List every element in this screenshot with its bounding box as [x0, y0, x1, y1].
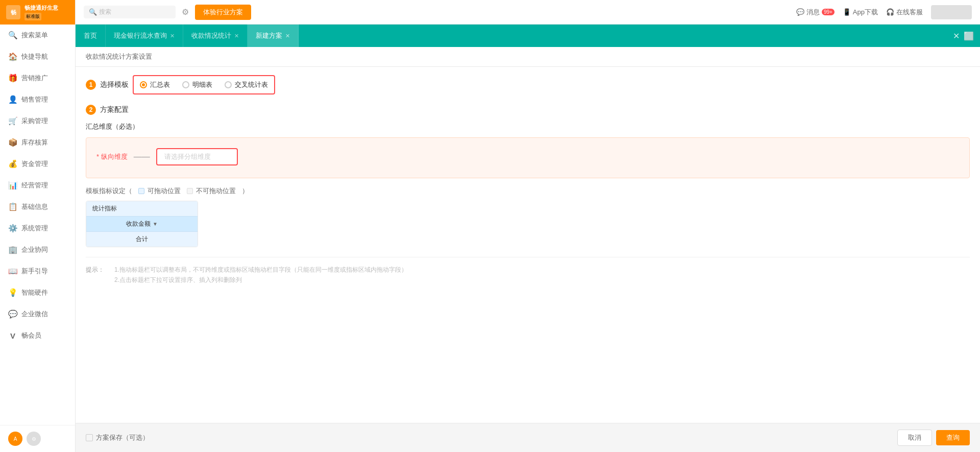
sidebar-item-quick-nav[interactable]: 🏠 快捷导航: [0, 46, 75, 67]
header-search-box[interactable]: 🔍 搜索: [84, 6, 176, 18]
tip-item-2: 2.点击标题栏下拉可设置排序、插入列和删除列: [106, 276, 407, 284]
online-service-button[interactable]: 🎧 在线客服: [886, 8, 923, 17]
step2-title: 方案配置: [100, 105, 129, 114]
tab-close-icon[interactable]: ✕: [285, 33, 290, 39]
sidebar-item-marketing[interactable]: 🎁 营销推广: [0, 67, 75, 89]
sidebar-item-finance[interactable]: 💰 资金管理: [0, 153, 75, 175]
maximize-icon[interactable]: ⬜: [964, 31, 974, 41]
fixed-dot: [187, 188, 193, 194]
sidebar-item-search-menu[interactable]: 🔍 搜索菜单: [0, 25, 75, 46]
sidebar-item-purchase[interactable]: 🛒 采购管理: [0, 110, 75, 132]
tips-title: 提示：: [86, 266, 104, 286]
dimension-dropdown[interactable]: 请选择分组维度: [156, 148, 238, 165]
sidebar-nav: 🔍 搜索菜单 🏠 快捷导航 🎁 营销推广 👤 销售管理 🛒 采购管理 📦 库存核…: [0, 25, 75, 425]
sidebar-item-operation[interactable]: 📊 经营管理: [0, 175, 75, 196]
radio-summary[interactable]: 汇总表: [140, 80, 170, 89]
legend-fixed: 不可拖动位置: [187, 186, 236, 196]
save-checkbox[interactable]: [86, 434, 93, 441]
dimension-area: * 纵向维度 —— 请选择分组维度: [86, 137, 970, 178]
sidebar-item-label: 智能硬件: [21, 288, 48, 297]
sidebar-bottom: A ⚙: [0, 425, 75, 452]
search-placeholder: 搜索: [99, 8, 111, 16]
step2-header: 2 方案配置: [86, 105, 970, 115]
vertical-dimension-label: * 纵向维度: [96, 152, 128, 161]
sidebar-item-label: 资金管理: [21, 159, 48, 169]
tab-close-icon[interactable]: ✕: [234, 33, 239, 39]
header-actions: 💬 消息 99+ 📱 App下载 🎧 在线客服: [796, 5, 972, 19]
sidebar-item-label: 快捷导航: [21, 52, 48, 61]
box-icon: 📦: [8, 138, 17, 147]
query-button[interactable]: 查询: [936, 430, 970, 445]
sidebar-item-system[interactable]: ⚙️ 系统管理: [0, 218, 75, 239]
config-section: 汇总维度（必选） * 纵向维度 —— 请选择分组维度 模: [86, 122, 970, 286]
message-button[interactable]: 💬 消息 99+: [796, 8, 835, 17]
clipboard-icon: 📋: [8, 202, 17, 211]
main-content: 🔍 搜索 ⚙ 体验行业方案 💬 消息 99+ 📱 App下载 🎧 在线客服: [76, 0, 980, 452]
radio-cross-label: 交叉统计表: [235, 80, 268, 89]
step2-section: 2 方案配置 汇总维度（必选） * 纵向维度 —— 请选择分组维度: [86, 105, 970, 286]
trial-button[interactable]: 体验行业方案: [195, 5, 251, 20]
sidebar-item-hardware[interactable]: 💡 智能硬件: [0, 282, 75, 303]
sidebar-item-inventory[interactable]: 📦 库存核算: [0, 132, 75, 153]
tab-bank-flow[interactable]: 现金银行流水查询 ✕: [106, 25, 183, 47]
settings-bottom-icon: ⚙: [27, 432, 41, 446]
sidebar-item-guide[interactable]: 📖 新手引导: [0, 260, 75, 282]
sidebar-item-label: 基础信息: [21, 202, 48, 211]
sidebar-item-label: 搜索菜单: [21, 31, 48, 40]
bottom-toolbar: 方案保存（可选） 取消 查询: [76, 423, 980, 452]
user-avatar[interactable]: [931, 5, 972, 19]
radio-detail-label: 明细表: [192, 80, 212, 89]
template-options: 汇总表 明细表 交叉统计表: [133, 75, 275, 94]
logo-text: 畅捷通好生意 标准版: [24, 4, 58, 20]
movable-dot: [138, 188, 144, 194]
sidebar-item-sales[interactable]: 👤 销售管理: [0, 89, 75, 110]
search-menu-icon: 🔍: [8, 31, 17, 40]
sidebar-item-label: 畅会员: [21, 331, 41, 340]
tip-item-1: 1.拖动标题栏可以调整布局，不可跨维度或指标区域拖动栏目字段（只能在同一维度或指…: [106, 266, 407, 274]
tab-new-plan[interactable]: 新建方案 ✕: [248, 25, 299, 47]
cancel-button[interactable]: 取消: [897, 430, 932, 446]
radio-cross[interactable]: 交叉统计表: [225, 80, 268, 89]
sidebar-item-collab[interactable]: 🏢 企业协同: [0, 239, 75, 260]
member-icon: V: [8, 331, 17, 340]
dimension-arrow: ——: [134, 152, 150, 161]
money-icon: 💰: [8, 159, 17, 169]
legend-movable: 可拖动位置: [138, 186, 181, 196]
app-download-button[interactable]: 📱 App下载: [843, 8, 878, 17]
download-icon: 📱: [843, 8, 851, 16]
sidebar-logo: 畅 畅捷通好生意 标准版: [0, 0, 75, 25]
chart-icon: 📊: [8, 181, 17, 190]
search-icon: 🔍: [89, 8, 97, 16]
message-badge: 99+: [822, 9, 835, 15]
book-icon: 📖: [8, 267, 17, 276]
metrics-title-close: ）: [242, 186, 249, 196]
step2-number: 2: [86, 105, 96, 115]
sidebar-item-label: 销售管理: [21, 95, 48, 104]
save-label: 方案保存（可选）: [96, 433, 149, 442]
sidebar-item-member[interactable]: V 畅会员: [0, 325, 75, 346]
content-area: 收款情况统计方案设置 1 选择模板 汇总表 明细表: [76, 47, 980, 452]
sidebar-item-label: 库存核算: [21, 138, 48, 147]
dimension-row: * 纵向维度 —— 请选择分组维度: [96, 148, 959, 165]
close-window-icon[interactable]: ✕: [953, 31, 960, 41]
tab-home[interactable]: 首页: [76, 25, 106, 47]
tab-close-icon[interactable]: ✕: [170, 33, 175, 39]
tab-collection-stat[interactable]: 收款情况统计 ✕: [183, 25, 248, 47]
radio-detail[interactable]: 明细表: [182, 80, 212, 89]
divider: [86, 257, 970, 257]
step1-header: 1 选择模板 汇总表 明细表 交叉统计表: [86, 75, 970, 94]
metrics-col-header[interactable]: 收款金额 ▼: [86, 217, 198, 231]
top-header: 🔍 搜索 ⚙ 体验行业方案 💬 消息 99+ 📱 App下载 🎧 在线客服: [76, 0, 980, 25]
building-icon: 🏢: [8, 245, 17, 254]
settings-icon[interactable]: ⚙: [182, 7, 189, 17]
step1-title: 选择模板: [100, 80, 129, 89]
tab-controls: ✕ ⬜: [947, 25, 980, 47]
sidebar-item-wechat[interactable]: 💬 企业微信: [0, 303, 75, 325]
sidebar-item-label: 企业微信: [21, 310, 48, 319]
sidebar-item-label: 采购管理: [21, 116, 48, 126]
sidebar-item-basic-info[interactable]: 📋 基础信息: [0, 196, 75, 218]
page-body: 1 选择模板 汇总表 明细表 交叉统计表: [76, 67, 980, 423]
bulb-icon: 💡: [8, 288, 17, 297]
dimension-placeholder: 请选择分组维度: [164, 152, 211, 161]
column-dropdown-icon[interactable]: ▼: [153, 221, 158, 227]
